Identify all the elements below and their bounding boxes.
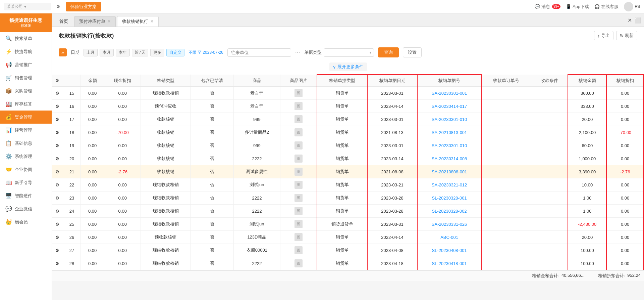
cell-voucher-date: 2023-04-14	[367, 100, 417, 113]
close-tab-prepay-icon[interactable]: ✕	[107, 19, 111, 24]
sidebar-item-hardware[interactable]: 🖥️ 智能硬件	[0, 189, 52, 202]
cell-receipt-terms	[531, 231, 568, 244]
cell-gear[interactable]: ⚙	[52, 113, 63, 126]
date-tag-more[interactable]: 更多	[150, 49, 164, 56]
col-header-writeoff-type: 核销类型	[141, 75, 191, 87]
sidebar-item-inventory[interactable]: 🏭 库存核算	[0, 97, 52, 111]
sidebar-item-search[interactable]: 🔍 搜索菜单	[0, 32, 52, 45]
cell-writeoff-type: 现结收款核销	[141, 191, 191, 205]
app-download-button[interactable]: 📱 App下载	[566, 4, 589, 10]
layout: 畅捷通谱好生意 标准版 🔍 搜索菜单 ⚡ 快捷导航 📢 营销推广 🛒 销售管理 …	[0, 13, 644, 300]
date-tag-this-month[interactable]: 本月	[100, 49, 114, 56]
messages-button[interactable]: 💬 消息 99+	[535, 4, 560, 10]
cell-seq: 19	[63, 139, 81, 152]
cell-gear[interactable]: ⚙	[52, 165, 63, 178]
cell-seq: 23	[63, 191, 81, 205]
cell-writeoff-type: 收款核销	[141, 152, 191, 165]
company-selector[interactable]: 某某公司 ▾	[4, 3, 51, 10]
filter-expand-button[interactable]: »	[59, 48, 67, 56]
expand-conditions-button[interactable]: ∨ 展开更多条件	[329, 62, 367, 71]
cell-gear[interactable]: ⚙	[52, 152, 63, 165]
cell-writeoff-discount: 0.00	[606, 100, 644, 113]
tab-receipts[interactable]: 收款核销执行 ✕	[117, 16, 159, 27]
table-row: ⚙ 25 0.00 0.00 现结收款核销 否 测试jun 图 销货退货单 20…	[52, 218, 644, 231]
cell-gear[interactable]: ⚙	[52, 126, 63, 139]
sidebar-item-operations[interactable]: 📊 经营管理	[0, 124, 52, 137]
sidebar-item-system[interactable]: ⚙️ 系统管理	[0, 150, 52, 163]
tab-prepay[interactable]: 预付冲应付单 ✕	[74, 16, 116, 27]
filter-bar: » 日期 上月 本月 本年 近7天 更多 自定义 不限 至 2023-07-26…	[52, 44, 644, 61]
sidebar-item-shortcuts[interactable]: ⚡ 快捷导航	[0, 45, 52, 58]
cell-writeoff-discount: 0.00	[606, 87, 644, 100]
user-menu[interactable]: Rit	[624, 2, 640, 11]
sidebar-item-sales[interactable]: 🛒 销售管理	[0, 71, 52, 84]
date-tag-last-month[interactable]: 上月	[84, 49, 98, 56]
industry-button[interactable]: 休验行业方案	[66, 2, 101, 11]
maximize-button[interactable]: ⬜	[635, 17, 641, 23]
close-tab-receipts-icon[interactable]: ✕	[150, 19, 154, 24]
cell-gear[interactable]: ⚙	[52, 205, 63, 218]
cell-writeoff-type: 现结收款核销	[141, 244, 191, 257]
cell-included-cleared: 否	[191, 244, 234, 257]
app-logo: 畅捷通谱好生意 标准版	[0, 13, 52, 32]
cell-writeoff-discount: 0.00	[606, 257, 644, 270]
phone-icon: 📱	[566, 4, 571, 9]
cell-balance: 0.00	[81, 152, 104, 165]
cell-gear[interactable]: ⚙	[52, 231, 63, 244]
sidebar-item-purchase[interactable]: 📦 采购管理	[0, 84, 52, 97]
cell-gear[interactable]: ⚙	[52, 244, 63, 257]
cell-gear[interactable]: ⚙	[52, 257, 63, 270]
filter-settings-button[interactable]: 设置	[403, 47, 422, 57]
sidebar-item-guide[interactable]: 📖 新手引导	[0, 176, 52, 189]
cell-product-image: 图	[280, 100, 317, 113]
date-tag-this-year[interactable]: 本年	[116, 49, 130, 56]
sidebar-item-basics[interactable]: 📋 基础信息	[0, 137, 52, 150]
online-service-button[interactable]: 🎧 在线客服	[594, 4, 619, 10]
cell-gear[interactable]: ⚙	[52, 87, 63, 100]
date-range-display: 不限 至 2023-07-26	[189, 50, 223, 55]
top-bar: 某某公司 ▾ ⚙ 休验行业方案 💬 消息 99+ 📱 App下载 🎧 在线客服 …	[0, 0, 644, 13]
cell-writeoff-type: 现结收款核销	[141, 178, 191, 191]
date-tag-custom[interactable]: 自定义	[166, 49, 184, 56]
cell-seq: 24	[63, 205, 81, 218]
cell-gear[interactable]: ⚙	[52, 100, 63, 113]
cell-gear[interactable]: ⚙	[52, 191, 63, 205]
cell-receipt-order	[481, 126, 531, 139]
cell-balance: 0.00	[81, 257, 104, 270]
col-header-gear[interactable]: ⚙	[52, 75, 63, 87]
sidebar-item-marketing[interactable]: 📢 营销推广	[0, 58, 52, 71]
cell-voucher-date: 2023-03-31	[367, 218, 417, 231]
cell-gear[interactable]: ⚙	[52, 139, 63, 152]
sidebar-item-collab[interactable]: 🤝 企业协同	[0, 163, 52, 176]
sidebar-item-wechat[interactable]: 💬 企业微信	[0, 202, 52, 215]
query-button[interactable]: 查询	[378, 47, 399, 57]
export-button[interactable]: ↑ 导出	[594, 31, 614, 40]
cell-product: 老白干	[233, 100, 280, 113]
sidebar-item-finance[interactable]: 💰 资金管理	[0, 111, 52, 124]
cell-receipt-terms	[531, 139, 568, 152]
data-table-wrap: ⚙ 余额 现金折扣 核销类型 包含已结清 商品 商品图片 核销单据类型 核销单据…	[52, 74, 644, 281]
tab-home[interactable]: 首页	[55, 16, 73, 27]
cell-writeoff-type: 收款核销	[141, 126, 191, 139]
cell-product: 测试jun	[233, 218, 280, 231]
voucher-type-select[interactable]	[324, 48, 374, 57]
sidebar-item-member[interactable]: 👑 畅会员	[0, 215, 52, 228]
main-area: 首页 预付冲应付单 ✕ 收款核销执行 ✕ ✕ ⬜ 收款核销执行(按收款) ↑	[52, 13, 644, 300]
cell-included-cleared: 否	[191, 191, 234, 205]
more-options-icon[interactable]: ···	[295, 49, 300, 56]
cell-voucher-type: 销货单	[317, 152, 367, 165]
close-window-button[interactable]: ✕	[628, 17, 632, 23]
refresh-button[interactable]: ↻ 刷新	[616, 31, 637, 40]
sidebar: 畅捷通谱好生意 标准版 🔍 搜索菜单 ⚡ 快捷导航 📢 营销推广 🛒 销售管理 …	[0, 13, 52, 300]
sidebar-label-collab: 企业协同	[15, 167, 32, 173]
cell-gear[interactable]: ⚙	[52, 218, 63, 231]
date-tag-7days[interactable]: 近7天	[132, 49, 148, 56]
cell-gear[interactable]: ⚙	[52, 178, 63, 191]
cell-cash-discount: 0.00	[104, 113, 141, 126]
cell-seq: 16	[63, 100, 81, 113]
cell-product: 老白干	[233, 87, 280, 100]
settings-icon[interactable]: ⚙	[54, 2, 63, 11]
cell-cash-discount: 0.00	[104, 100, 141, 113]
date-tag-group: 上月 本月 本年 近7天 更多 自定义	[84, 49, 184, 56]
counterparty-input[interactable]	[227, 48, 291, 57]
